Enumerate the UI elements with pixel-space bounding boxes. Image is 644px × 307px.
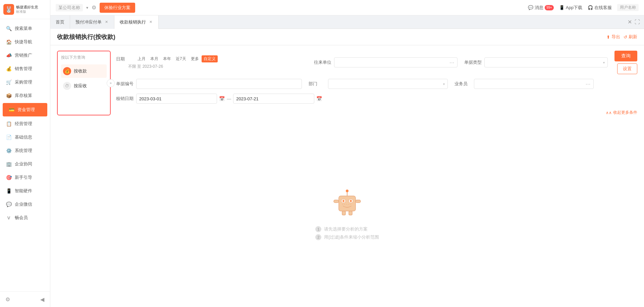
tab-close-receivables[interactable]: ✕ (149, 19, 153, 25)
dept-label: 部门 (309, 81, 325, 87)
step-2-number: 2 (315, 234, 321, 240)
empty-state: 1 请先选择要分析的方案 2 用[过滤]条件来缩小分析范围 (50, 121, 644, 307)
query-button[interactable]: 查询 (614, 51, 637, 61)
basic-info-icon: 📄 (5, 134, 12, 141)
tab-close-prepay[interactable]: ✕ (104, 19, 109, 25)
maximize-icon[interactable]: ⛶ (635, 19, 640, 25)
filter-option-receivable-label: 按应收 (74, 83, 87, 89)
operations-icon: 📋 (5, 120, 12, 127)
dropdown-arrow-icon[interactable]: ▾ (86, 5, 88, 10)
sidebar-item-label: 畅会员 (15, 215, 28, 221)
filter-row-3: 核销日期 📅 — 📅 (116, 94, 637, 104)
sidebar-item-label: 企业微信 (15, 201, 32, 207)
doc-type-select[interactable]: ▾ (484, 57, 608, 67)
member-icon: V (5, 214, 12, 221)
logo-icon: 🐰 (3, 4, 14, 15)
topbar: 某公司名称 ▾ ⚙ 休验行业方案 💬 消息 99+ 📱 App下载 🎧 在线客服… (50, 0, 644, 15)
filter-panel-toggle[interactable]: » (107, 79, 115, 87)
app-download-button[interactable]: 📱 App下载 (559, 5, 582, 11)
date-tabs: 上月 本月 本年 近7天 更多 自定义 (136, 55, 218, 62)
filter-option-by-receivable[interactable]: ⏱ 按应收 (61, 79, 107, 93)
topbar-gear-icon[interactable]: ⚙ (92, 4, 96, 11)
doc-no-field: 单据编号 (116, 79, 302, 89)
sales-icon: 💰 (5, 65, 12, 72)
finance-icon: 💳 (8, 106, 15, 113)
settings-icon[interactable]: ⚙ (3, 294, 13, 304)
collapse-button[interactable]: ∧∧ 收起更多条件 (606, 110, 637, 115)
sidebar-item-finance[interactable]: 💳 资金管理 (3, 103, 47, 116)
marketing-icon: 📣 (5, 52, 12, 59)
sidebar-item-marketing[interactable]: 📣 营销推广 (0, 49, 50, 62)
sidebar-item-guide[interactable]: 🎯 新手引导 (0, 171, 50, 184)
sidebar-item-label: 资金管理 (17, 107, 35, 113)
tabbar-right: ✕ ⛶ (628, 19, 644, 25)
counterparty-ellipsis[interactable]: ··· (450, 60, 455, 65)
calendar-start-icon[interactable]: 📅 (219, 96, 225, 101)
cooperation-icon: 🏢 (5, 161, 12, 167)
tab-prepay[interactable]: 预付冲应付单 ✕ (70, 15, 114, 29)
sidebar-item-hardware[interactable]: 📱 智能硬件 (0, 184, 50, 198)
calendar-end-icon[interactable]: 📅 (316, 96, 322, 101)
sidebar-item-label: 企业协同 (15, 161, 32, 167)
step-1-text: 请先选择要分析的方案 (324, 226, 368, 232)
empty-step-1: 1 请先选择要分析的方案 (315, 226, 379, 232)
sidebar-item-wechat[interactable]: 💬 企业微信 (0, 198, 50, 211)
main-content: 某公司名称 ▾ ⚙ 休验行业方案 💬 消息 99+ 📱 App下载 🎧 在线客服… (50, 0, 644, 307)
date-tab-more[interactable]: 更多 (189, 55, 201, 62)
sidebar-item-purchase[interactable]: 🛒 采购管理 (0, 75, 50, 89)
sidebar-item-quick-nav[interactable]: 🏠 快捷导航 (0, 35, 50, 49)
sidebar-item-basic-info[interactable]: 📄 基础信息 (0, 131, 50, 144)
sidebar-item-label: 采购管理 (15, 79, 32, 85)
date-tab-custom[interactable]: 自定义 (202, 55, 218, 62)
page-header-actions: ⬆ 导出 ↺ 刷新 (606, 34, 637, 40)
dept-select[interactable]: ▾ (328, 79, 448, 89)
tab-receivables[interactable]: 收款核销执行 ✕ (114, 15, 159, 29)
sidebar-item-operations[interactable]: 📋 经营管理 (0, 117, 50, 131)
sidebar-item-system[interactable]: ⚙️ 系统管理 (0, 144, 50, 157)
page-title-row: 收款核销执行(按收款) ⬆ 导出 ↺ 刷新 (57, 33, 637, 41)
date-tab-last-month[interactable]: 上月 (136, 55, 148, 62)
tab-home[interactable]: 首页 (50, 15, 70, 29)
page-header: 收款核销执行(按收款) ⬆ 导出 ↺ 刷新 (50, 29, 644, 45)
empty-step-2: 2 用[过滤]条件来缩小分析范围 (315, 234, 379, 240)
verify-date-start[interactable] (136, 94, 217, 104)
close-tab-icon[interactable]: ✕ (628, 19, 632, 25)
industry-solution-button[interactable]: 休验行业方案 (100, 3, 135, 13)
staff-label: 业务员 (454, 81, 471, 87)
sidebar-item-label: 销售管理 (15, 66, 32, 72)
step-1-number: 1 (315, 226, 321, 232)
refresh-button[interactable]: ↺ 刷新 (624, 34, 637, 40)
sidebar-item-member[interactable]: V 畅会员 (0, 211, 50, 224)
date-tab-this-year[interactable]: 本年 (161, 55, 173, 62)
sidebar-item-inventory[interactable]: 📦 库存核算 (0, 89, 50, 102)
online-service-button[interactable]: 🎧 在线客服 (588, 5, 612, 11)
chevron-down-icon: ▾ (443, 82, 445, 86)
message-button[interactable]: 💬 消息 99+ (528, 5, 554, 11)
sidebar-item-sales[interactable]: 💰 销售管理 (0, 62, 50, 75)
sidebar-item-cooperation[interactable]: 🏢 企业协同 (0, 157, 50, 171)
user-info[interactable]: 用户名称 (617, 4, 639, 11)
date-tab-7days[interactable]: 近7天 (174, 55, 188, 62)
sidebar-item-label: 快捷导航 (15, 39, 32, 45)
tab-prepay-label: 预付冲应付单 (75, 19, 102, 25)
date-no-limit: 不限 至 2023-07-26 (128, 64, 163, 69)
counterparty-input[interactable]: ··· (334, 57, 458, 67)
doc-no-label: 单据编号 (116, 81, 133, 87)
staff-ellipsis[interactable]: ··· (586, 81, 591, 87)
action-buttons: 查询 设置 (614, 51, 637, 74)
date-separator: — (227, 96, 231, 101)
export-icon: ⬆ (606, 35, 610, 40)
verify-date-end[interactable] (233, 94, 314, 104)
sidebar-item-search[interactable]: 🔍 搜索菜单 (0, 22, 50, 35)
staff-input[interactable]: ··· (474, 79, 594, 89)
settings-button[interactable]: 设置 (617, 63, 637, 74)
date-tab-this-month[interactable]: 本月 (148, 55, 160, 62)
page-title: 收款核销执行(按收款) (57, 33, 115, 41)
collapse-sidebar-icon[interactable]: ◀ (37, 294, 47, 304)
wechat-icon: 💬 (5, 201, 12, 208)
doc-no-input[interactable] (136, 79, 302, 89)
filter-option-by-receipt[interactable]: 💰 按收款 (61, 64, 107, 78)
topbar-left: 某公司名称 ▾ ⚙ 休验行业方案 (56, 3, 135, 13)
sidebar: 🐰 畅捷通好生意 标准版 🔍 搜索菜单 🏠 快捷导航 📣 营销推广 💰 销售管理… (0, 0, 50, 307)
export-button[interactable]: ⬆ 导出 (606, 34, 620, 40)
